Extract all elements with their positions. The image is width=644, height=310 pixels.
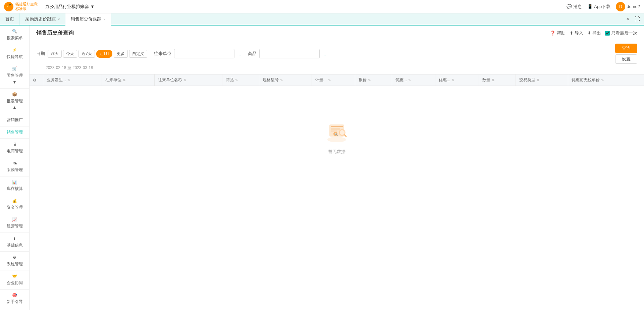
wholesale-mgmt-arrow-icon: ▲ (13, 105, 17, 110)
import-button[interactable]: ⬆ 导入 (570, 30, 583, 36)
top-bar-left: 🍊 畅捷通好生意 标准版 | 办公用品行业模拟账套 ▼ (4, 2, 95, 11)
sidebar-item-finance-mgmt[interactable]: 💰 资金管理 (0, 195, 29, 214)
app-download-button[interactable]: 📱 App下载 (587, 4, 610, 10)
retail-mgmt-icon: 🛒 (12, 66, 17, 72)
sidebar-item-wholesale-mgmt[interactable]: 📦 批发管理 ▲ (0, 89, 29, 114)
user-profile[interactable]: D demo2 (616, 2, 640, 11)
sort-spec-icon: ⇅ (280, 78, 283, 82)
content-area: 销售历史价查询 ❓ 帮助 ⬆ 导入 ⬇ 导出 (30, 25, 644, 310)
date-filter-group: 日期 昨天 今天 近7天 近1月 更多 自定义 (36, 50, 147, 58)
table-col-price[interactable]: 报价 ⇅ (355, 74, 392, 86)
filter-row: 日期 昨天 今天 近7天 近1月 更多 自定义 往来单位 ... (36, 44, 637, 64)
export-label: 导出 (592, 30, 601, 36)
partner-input[interactable] (174, 49, 234, 58)
table-col-partner-name[interactable]: 往来单位名称 ⇅ (154, 74, 222, 86)
sidebar: 🔍 搜索菜单 ⚡ 快捷导航 🛒 零售管理 ▼ 📦 批发管理 ▲ 营销推广 销售管… (0, 25, 30, 310)
tab-purchase-history[interactable]: 采购历史价跟踪 × (20, 13, 65, 25)
sort-biz-date-icon: ⇅ (67, 78, 70, 82)
breadcrumb-selector[interactable]: 办公用品行业模拟账套 ▼ (45, 4, 95, 10)
settings-button[interactable]: 设置 (615, 54, 637, 64)
tab-sales-history-label: 销售历史价跟踪 (71, 16, 101, 22)
table-col-pretax-price[interactable]: 优惠前无税单价 ⇅ (568, 74, 644, 86)
query-button[interactable]: 查询 (615, 44, 637, 53)
product-input[interactable] (259, 49, 320, 58)
partner-dots-button[interactable]: ... (237, 51, 241, 56)
svg-rect-4 (331, 131, 337, 132)
tab-purchase-history-close[interactable]: × (58, 17, 60, 21)
svg-point-0 (327, 137, 346, 142)
breadcrumb-text: 办公用品行业模拟账套 (45, 4, 89, 10)
sidebar-item-retail-mgmt[interactable]: 🛒 零售管理 ▼ (0, 63, 29, 89)
date-btn-today[interactable]: 今天 (63, 50, 77, 58)
sort-unit-icon: ⇅ (328, 78, 331, 82)
sidebar-inventory-label: 库存核算 (7, 186, 23, 192)
col-biz-date-label: 业务发生... (47, 77, 66, 83)
maximize-button[interactable]: ⛶ (633, 15, 641, 23)
tab-sales-history[interactable]: 销售历史价跟踪 × (65, 13, 111, 25)
sidebar-item-inventory[interactable]: 📊 库存核算 (0, 176, 29, 195)
export-button[interactable]: ⬇ 导出 (587, 30, 601, 36)
sidebar-item-basic-info[interactable]: ℹ 基础信息 (0, 233, 29, 252)
table-col-spec[interactable]: 规格型号 ⇅ (259, 74, 312, 86)
close-all-tabs-button[interactable]: × (625, 15, 631, 23)
sidebar-item-sales-mgmt[interactable]: 销售管理 (0, 126, 29, 139)
table-col-unit[interactable]: 计量... ⇅ (312, 74, 355, 86)
date-btn-last7[interactable]: 近7天 (78, 50, 95, 58)
table-col-biz-date[interactable]: 业务发生... ⇅ (43, 74, 102, 86)
sidebar-quick-nav-label: 快捷导航 (7, 54, 23, 60)
empty-state-icon: 🔍 (323, 118, 350, 145)
date-btn-more[interactable]: 更多 (114, 50, 128, 58)
table-col-product[interactable]: 商品 ⇅ (222, 74, 259, 86)
breadcrumb: | (42, 4, 43, 9)
sidebar-item-system-mgmt[interactable]: ⚙ 系统管理 (0, 252, 29, 270)
sidebar-item-new-guide[interactable]: 🎯 新手引导 (0, 290, 29, 308)
purchase-mgmt-icon: 🛍 (13, 161, 17, 166)
sidebar-operations-mgmt-label: 经营管理 (7, 224, 23, 229)
table-col-discount1[interactable]: 优惠... ⇅ (392, 74, 435, 86)
sidebar-item-search-menu[interactable]: 🔍 搜索菜单 (0, 25, 29, 44)
sidebar-item-enterprise-collab[interactable]: 🤝 企业协同 (0, 270, 29, 289)
product-filter-label: 商品 (248, 51, 257, 57)
sidebar-item-ecommerce-mgmt[interactable]: 🖥 电商管理 (0, 139, 29, 157)
table-col-discount2[interactable]: 优惠... ⇅ (435, 74, 479, 86)
sidebar-item-quick-nav[interactable]: ⚡ 快捷导航 (0, 44, 29, 63)
operations-mgmt-icon: 📈 (12, 217, 17, 223)
sidebar-system-mgmt-label: 系统管理 (7, 262, 23, 267)
sidebar-item-app-center[interactable]: 📱 应用中心 (0, 308, 29, 310)
ecommerce-mgmt-icon: 🖥 (13, 142, 17, 147)
col-pretax-price-label: 优惠前无税单价 (572, 77, 600, 83)
only-last-label: 只看最后一次 (611, 30, 637, 36)
sidebar-item-operations-mgmt[interactable]: 📈 经营管理 (0, 214, 29, 233)
main-layout: 🔍 搜索菜单 ⚡ 快捷导航 🛒 零售管理 ▼ 📦 批发管理 ▲ 营销推广 销售管… (0, 25, 644, 310)
avatar: D (616, 2, 625, 11)
only-last-checkbox-label[interactable]: 只看最后一次 (605, 30, 637, 36)
sidebar-basic-info-label: 基础信息 (7, 243, 23, 248)
search-menu-icon: 🔍 (12, 29, 17, 34)
empty-state: 🔍 暂无数据 (30, 86, 644, 187)
only-last-checkbox[interactable] (605, 31, 610, 36)
table-settings-col[interactable]: ⚙ (30, 74, 43, 86)
date-btn-custom[interactable]: 自定义 (129, 50, 147, 58)
sidebar-item-sales-promo[interactable]: 营销推广 (0, 114, 29, 126)
product-dots-button[interactable]: ... (322, 51, 326, 56)
help-button[interactable]: ❓ 帮助 (550, 30, 566, 36)
date-btn-last1m[interactable]: 近1月 (96, 50, 113, 58)
table-col-trade-type[interactable]: 交易类型 ⇅ (516, 74, 568, 86)
sort-product-icon: ⇅ (235, 78, 238, 82)
col-discount1-label: 优惠... (395, 77, 407, 83)
sidebar-finance-mgmt-label: 资金管理 (7, 205, 23, 210)
table-col-qty[interactable]: 数量 ⇅ (479, 74, 516, 86)
tab-sales-history-close[interactable]: × (103, 17, 105, 21)
col-partner-name-label: 往来单位名称 (158, 77, 182, 83)
enterprise-collab-icon: 🤝 (12, 274, 17, 279)
table-area: ⚙ 业务发生... ⇅ 往来单位 ⇅ (30, 74, 644, 310)
svg-rect-2 (331, 126, 343, 127)
empty-text: 暂无数据 (328, 149, 345, 155)
tab-home[interactable]: 首页 (0, 13, 20, 25)
sidebar-search-menu-label: 搜索菜单 (7, 36, 23, 41)
table-col-partner-code[interactable]: 往来单位 ⇅ (102, 74, 154, 86)
sidebar-item-purchase-mgmt[interactable]: 🛍 采购管理 (0, 157, 29, 176)
date-btn-yesterday[interactable]: 昨天 (48, 50, 62, 58)
message-button[interactable]: 💬 消息 (567, 4, 582, 10)
sort-partner-name-icon: ⇅ (183, 78, 186, 82)
